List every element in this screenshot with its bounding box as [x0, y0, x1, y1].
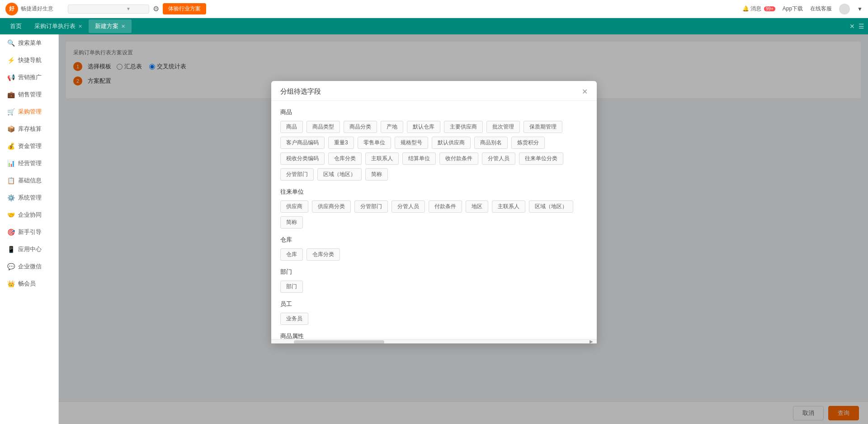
field-tag-person-partner[interactable]: 分管人员	[392, 200, 425, 213]
tab-purchase-order[interactable]: 采购订单执行表 ✕	[28, 19, 89, 33]
field-tag-retail-unit[interactable]: 零售单位	[358, 137, 391, 149]
field-tag-warehouse-category[interactable]: 仓库分类	[328, 152, 362, 165]
tab-bar: 首页 采购订单执行表 ✕ 新建方案 ✕ ✕ ☰	[0, 18, 868, 34]
field-tag-default-warehouse[interactable]: 默认仓库	[407, 121, 440, 133]
field-tag-batch-mgmt[interactable]: 批次管理	[486, 121, 520, 133]
sidebar-label-shortcuts: 快捷导航	[18, 56, 42, 64]
tab-home[interactable]: 首页	[4, 19, 28, 33]
user-avatar[interactable]	[839, 4, 850, 14]
field-tag-product-alias[interactable]: 商品别名	[474, 137, 508, 149]
field-tag-short-name-product[interactable]: 简称	[365, 168, 388, 181]
sidebar-item-operations[interactable]: 📊 经营管理	[0, 155, 58, 172]
search-dropdown-icon[interactable]: ▼	[126, 6, 131, 11]
field-tag-region-partner[interactable]: 区域（地区）	[529, 200, 573, 213]
tab-new-plan-close[interactable]: ✕	[121, 24, 125, 29]
tab-new-plan-label: 新建方案	[95, 22, 118, 30]
online-service-link[interactable]: 在线客服	[810, 5, 832, 13]
sidebar-item-finance[interactable]: 💰 资金管理	[0, 138, 58, 155]
field-tag-dept-in-charge[interactable]: 分管部门	[280, 168, 314, 181]
field-tag-spec-model[interactable]: 规格型号	[395, 137, 428, 149]
app-download-link[interactable]: App下载	[783, 5, 803, 13]
field-tag-salesperson[interactable]: 业务员	[280, 313, 308, 325]
field-tag-product-category[interactable]: 商品分类	[344, 121, 377, 133]
field-tag-tax-code[interactable]: 税收分类编码	[280, 152, 325, 165]
field-tag-short-name-partner[interactable]: 简称	[280, 216, 303, 229]
field-tag-default-supplier[interactable]: 默认供应商	[432, 137, 471, 149]
field-tag-settlement-unit[interactable]: 结算单位	[402, 152, 436, 165]
field-tag-region-product[interactable]: 区域（地区）	[317, 168, 362, 181]
collab-icon: 🤝	[7, 211, 14, 219]
field-tag-warehouse-cat[interactable]: 仓库分类	[307, 248, 340, 261]
sidebar-label-purchase: 采购管理	[18, 108, 42, 116]
field-tag-points[interactable]: 炼货积分	[511, 137, 545, 149]
operations-icon: 📊	[7, 160, 14, 167]
sidebar-item-shortcuts[interactable]: ⚡ 快捷导航	[0, 52, 58, 69]
tab-new-plan[interactable]: 新建方案 ✕	[89, 19, 132, 33]
field-tag-dept-partner[interactable]: 分管部门	[354, 200, 388, 213]
sidebar-item-purchase[interactable]: 🛒 采购管理	[0, 103, 58, 120]
sidebar-item-vip[interactable]: 👑 畅会员	[0, 275, 58, 292]
field-tag-weight[interactable]: 重量3	[328, 137, 354, 149]
header-search-box: ▼	[68, 5, 149, 14]
notification-icon: 🔔	[742, 5, 749, 12]
modal-body: 商品 商品 商品类型 商品分类 产地 默认仓库 主要供应商 批次管理 保质期管理…	[271, 101, 597, 339]
field-tag-area-partner[interactable]: 地区	[466, 200, 488, 213]
field-tag-payment-cond[interactable]: 付款条件	[429, 200, 462, 213]
modal-hscroll[interactable]: ▶	[271, 339, 597, 343]
section-employee-tags: 业务员	[280, 313, 588, 325]
tab-purchase-order-close[interactable]: ✕	[78, 24, 82, 29]
header-right: 🔔 消息 99+ App下载 在线客服 ▼	[742, 4, 863, 14]
field-tag-payment-terms[interactable]: 收付款条件	[439, 152, 478, 165]
field-tag-department[interactable]: 部门	[280, 281, 303, 293]
field-tag-shelf-life[interactable]: 保质期管理	[524, 121, 562, 133]
field-tag-partner-category[interactable]: 往来单位分类	[519, 152, 563, 165]
section-product-attr: 商品属性 属性 颜色 多规格 尺码 鞋码 1	[280, 332, 588, 339]
purchase-icon: 🛒	[7, 108, 14, 115]
field-tag-origin[interactable]: 产地	[381, 121, 403, 133]
sidebar-label-basics: 基础信息	[18, 176, 42, 185]
field-tag-supplier-category[interactable]: 供应商分类	[312, 200, 351, 213]
section-department-tags: 部门	[280, 281, 588, 293]
sidebar-item-collab[interactable]: 🤝 企业协同	[0, 206, 58, 224]
section-warehouse: 仓库 仓库 仓库分类	[280, 236, 588, 261]
sidebar-item-system[interactable]: ⚙️ 系统管理	[0, 189, 58, 206]
section-partner-tags: 供应商 供应商分类 分管部门 分管人员 付款条件 地区 主联系人 区域（地区） …	[280, 200, 588, 229]
modal-close-icon[interactable]: ✕	[582, 87, 588, 96]
field-tag-supplier[interactable]: 供应商	[280, 200, 308, 213]
sidebar-label-vip: 畅会员	[18, 280, 36, 288]
field-tag-product-type[interactable]: 商品类型	[307, 121, 340, 133]
search-input[interactable]	[72, 6, 126, 12]
field-tag-warehouse[interactable]: 仓库	[280, 248, 303, 261]
sidebar-item-basics[interactable]: 📋 基础信息	[0, 172, 58, 189]
field-tag-product[interactable]: 商品	[280, 121, 303, 133]
industry-plan-button[interactable]: 体验行业方案	[163, 3, 206, 14]
sidebar-label-apps: 应用中心	[18, 245, 42, 253]
user-menu-dropdown[interactable]: ▼	[857, 6, 863, 12]
sidebar-label-search: 搜索菜单	[18, 39, 42, 47]
tab-bar-close-icon[interactable]: ✕	[849, 23, 855, 30]
field-tag-customer-code[interactable]: 客户商品编码	[280, 137, 325, 149]
modal-title: 分组待选字段	[280, 87, 321, 96]
sidebar-item-sales[interactable]: 💼 销售管理	[0, 86, 58, 103]
sidebar-label-guide: 新手引导	[18, 228, 42, 236]
sidebar-item-search[interactable]: 🔍 搜索菜单	[0, 34, 58, 52]
sidebar-item-inventory[interactable]: 📦 库存核算	[0, 120, 58, 138]
notification-area[interactable]: 🔔 消息 99+	[742, 5, 775, 13]
field-tag-main-supplier[interactable]: 主要供应商	[444, 121, 483, 133]
field-tag-supervisor[interactable]: 分管人员	[482, 152, 515, 165]
field-tag-main-contact[interactable]: 主联系人	[365, 152, 399, 165]
settings-icon[interactable]: ⚙	[153, 5, 159, 13]
sidebar-label-sales: 销售管理	[18, 91, 42, 99]
sidebar-item-guide[interactable]: 🎯 新手引导	[0, 224, 58, 241]
scroll-right-arrow[interactable]: ▶	[590, 339, 593, 343]
guide-icon: 🎯	[7, 229, 14, 236]
tab-bar-menu-icon[interactable]: ☰	[859, 23, 864, 30]
sidebar-label-wechat: 企业微信	[18, 262, 42, 271]
sidebar-item-apps[interactable]: 📱 应用中心	[0, 241, 58, 258]
field-selection-modal: 分组待选字段 ✕ 商品 商品 商品类型 商品分类 产地 默认仓库 主要供应商 批…	[271, 81, 597, 343]
sidebar-item-wechat[interactable]: 💬 企业微信	[0, 258, 58, 275]
field-tag-main-contact-partner[interactable]: 主联系人	[492, 200, 525, 213]
sidebar-label-finance: 资金管理	[18, 142, 42, 150]
system-icon: ⚙️	[7, 194, 14, 201]
sidebar-item-marketing[interactable]: 📢 营销推广	[0, 69, 58, 86]
